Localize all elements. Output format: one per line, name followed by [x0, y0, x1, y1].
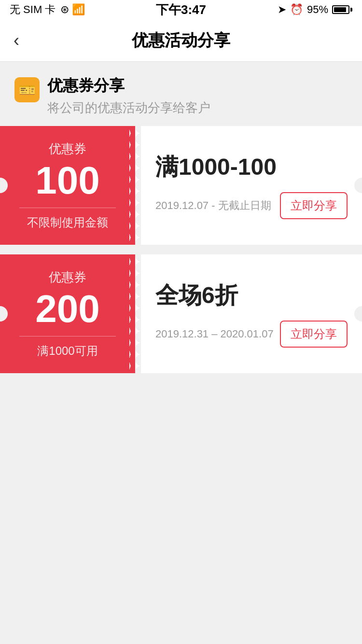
coupon-name-1: 满1000-100 [155, 152, 348, 182]
wifi-icon: ⊛ 📶 [60, 3, 85, 16]
coupon-bottom-row-2: 2019.12.31 – 2020.01.07 立即分享 [155, 321, 348, 348]
coupon-card-wrapper-1: 优惠券 100 不限制使用金额 满1000-100 2019.12.07 - 无… [0, 126, 362, 245]
coupon-condition-2: 满1000可用 [37, 343, 97, 359]
coupon-list: 优惠券 100 不限制使用金额 满1000-100 2019.12.07 - 无… [0, 126, 362, 397]
share-button-1[interactable]: 立即分享 [280, 192, 348, 219]
section-icon: 🎫 [14, 77, 40, 102]
coupon-date-2: 2019.12.31 – 2020.01.07 [155, 328, 274, 340]
coupon-divider-1 [19, 208, 116, 208]
status-time: 下午3:47 [156, 1, 206, 18]
coupon-amount-1: 100 [35, 161, 99, 200]
share-button-2[interactable]: 立即分享 [280, 321, 348, 348]
coupon-card-wrapper-2: 优惠券 200 满1000可用 全场6折 2019.12.31 – 2020.0… [0, 254, 362, 373]
coupon-label-1: 优惠券 [49, 140, 86, 157]
location-icon: ➤ [278, 3, 286, 16]
coupon-divider-2 [19, 336, 116, 336]
section-subtitle: 将公司的优惠活动分享给客户 [47, 99, 210, 116]
status-bar: 无 SIM 卡 ⊛ 📶 下午3:47 ➤ ⏰ 95% [0, 0, 362, 19]
section-text-group: 优惠券分享 将公司的优惠活动分享给客户 [47, 75, 210, 116]
section-title: 优惠券分享 [47, 75, 210, 97]
coupon-icon: 🎫 [19, 82, 36, 98]
coupon-left-1: 优惠券 100 不限制使用金额 [0, 126, 135, 245]
nav-bar: ‹ 优惠活动分享 [0, 19, 362, 62]
status-right: ➤ ⏰ 95% [278, 3, 352, 16]
coupon-right-2: 全场6折 2019.12.31 – 2020.01.07 立即分享 [135, 254, 362, 373]
coupon-right-1: 满1000-100 2019.12.07 - 无截止日期 立即分享 [135, 126, 362, 245]
coupon-amount-2: 200 [35, 290, 99, 328]
coupon-condition-1: 不限制使用金额 [27, 215, 108, 230]
empty-space [0, 397, 362, 639]
alarm-icon: ⏰ [290, 3, 303, 16]
battery-icon [332, 5, 352, 14]
carrier-text: 无 SIM 卡 [10, 2, 56, 17]
coupon-date-1: 2019.12.07 - 无截止日期 [155, 198, 271, 213]
coupon-label-2: 优惠券 [49, 269, 86, 286]
coupon-card-1: 优惠券 100 不限制使用金额 满1000-100 2019.12.07 - 无… [0, 126, 362, 245]
battery-text: 95% [307, 3, 328, 16]
coupon-left-2: 优惠券 200 满1000可用 [0, 254, 135, 373]
coupon-card-2: 优惠券 200 满1000可用 全场6折 2019.12.31 – 2020.0… [0, 254, 362, 373]
coupon-name-2: 全场6折 [155, 280, 348, 311]
section-header: 🎫 优惠券分享 将公司的优惠活动分享给客户 [0, 62, 362, 126]
back-button[interactable]: ‹ [14, 32, 19, 49]
coupon-bottom-row-1: 2019.12.07 - 无截止日期 立即分享 [155, 192, 348, 219]
status-left: 无 SIM 卡 ⊛ 📶 [10, 2, 85, 17]
page-title: 优惠活动分享 [132, 29, 230, 52]
